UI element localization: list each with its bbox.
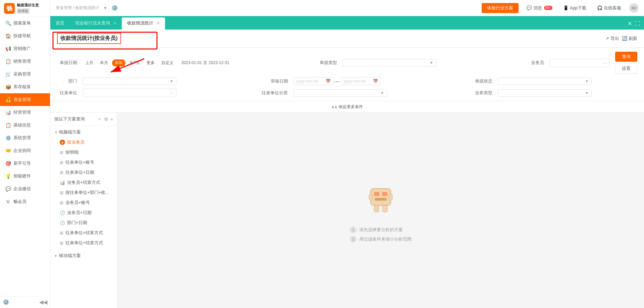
date-tab-this-month[interactable]: 本月 [97,59,111,66]
scheme-group-pc: ▼ 电脑端方案 ● 按业务员 ⊞ 按明细 ⊞ 往 [50,126,117,249]
scheme-item-counterpart-account[interactable]: ⊞ 往来单位+账号 [50,157,117,167]
counterpart-select[interactable]: ··· [83,89,176,97]
biz-type-chevron: ▼ [585,91,589,95]
scheme-item-salesperson-date[interactable]: 🕐 业务员+日期 [50,208,117,218]
sidebar-item-basic-info[interactable]: 📋 基础信息 [0,119,50,132]
sidebar-item-guide[interactable]: 🎯 新手引导 [0,157,50,170]
scheme-item-by-detail[interactable]: ⊞ 按明细 [50,147,117,157]
breadcrumb-dropdown-icon[interactable]: ▼ [103,6,107,10]
scheme-group-pc-header[interactable]: ▼ 电脑端方案 [50,127,117,137]
message-badge: 99+ [544,6,552,10]
sidebar-item-label: 新手引导 [13,160,31,166]
app-download-label: App下载 [570,5,586,11]
svg-rect-2 [382,192,387,196]
scheme-settings-icon[interactable]: ⚙ [104,116,108,122]
scheme-item-label: 业务员+结算方式 [67,179,100,186]
svg-rect-6 [374,205,379,212]
sidebar-item-search-menu[interactable]: 🔍 搜索菜单 [0,17,50,30]
sidebar-item-marketing[interactable]: 📢 营销推广 [0,42,50,55]
biz-type-select[interactable]: ▼ [498,89,592,97]
scheme-item-counterpart-settlement1[interactable]: ⊞ 往来单位+结算方式 [50,228,117,238]
date-tab-last-month[interactable]: 上月 [83,59,96,66]
date-tab-7days[interactable]: 近7天 [127,59,143,66]
message-button[interactable]: 💬 消息 99+ [524,4,555,12]
app-download-icon: 📱 [563,5,569,10]
svg-rect-5 [389,194,392,200]
scheme-item-dept-date[interactable]: 🕐 部门+日期 [50,218,117,228]
doc-status-select[interactable]: ▼ [498,78,592,85]
sidebar-item-sales[interactable]: 📋 销售管理 [0,55,50,68]
query-button[interactable]: 查询 [615,52,637,62]
scheme-collapse-icon[interactable]: « [110,116,113,122]
scheme-item-by-salesperson[interactable]: ● 按业务员 [50,137,117,147]
tab-close-all-icon[interactable]: ✕ [628,20,632,27]
scheme-add-icon[interactable]: ＋ [97,116,102,122]
scheme-item-grid-icon: ⊞ [60,160,63,165]
scheme-item-salesperson-account[interactable]: ⊞ 业务员+账号 [50,198,117,208]
scheme-group-mobile-header[interactable]: ▼ 移动端方案 [50,251,117,261]
doc-type-select[interactable]: ▼ [342,59,436,66]
date-tab-custom[interactable]: 自定义 [159,59,176,66]
sidebar-item-purchase[interactable]: 🛒 采购管理 [0,68,50,81]
header-right: 体验行业方案 💬 消息 99+ 📱 App下载 🎧 在线客服 Rit [482,3,639,13]
tab-home[interactable]: 首页 [50,17,70,30]
sidebar-item-label: 搜索菜单 [13,20,31,26]
sidebar-item-inventory[interactable]: 📦 库存核算 [0,81,50,93]
trial-button[interactable]: 体验行业方案 [482,3,519,13]
empty-tips: 1 请先选择要分析的方案 2 用过滤条件来缩小分析范围 [350,226,412,243]
counterpart-type-select[interactable]: ▼ [293,89,387,97]
sidebar-item-wechat[interactable]: 💬 企业微信 [0,183,50,195]
collapse-sidebar-icon[interactable]: ◀◀ [39,299,47,305]
counterpart-type-label: 往来单位分类 [262,90,288,96]
sidebar-item-label: 畅会员 [13,199,26,205]
scheme-item-counterpart-dept[interactable]: ⊞ 按往来单位+部门+收... [50,188,117,198]
sidebar-item-member[interactable]: V 畅会员 [0,195,50,208]
online-service-button[interactable]: 🎧 在线客服 [594,4,624,12]
salesperson-select[interactable]: ··· [549,59,610,67]
tab-receipt-stat-label: 收款情况统计 [127,20,153,26]
audit-date-start[interactable]: yyyy-mm-dd 📅 [293,77,334,85]
sidebar-item-operations[interactable]: 📊 经营管理 [0,106,50,119]
sidebar-item-smart-hw[interactable]: 💡 智能硬件 [0,170,50,183]
scheme-item-active-icon: ● [60,140,65,145]
tab-receipt-stat[interactable]: 收款情况统计 ✕ [122,17,165,30]
audit-date-end[interactable]: yyyy-mm-dd 📅 [341,77,381,85]
scheme-item-label: 往来单位+账号 [65,159,94,165]
scheme-item-salesperson-settlement[interactable]: 📊 业务员+结算方式 [50,177,117,188]
export-button[interactable]: ↗ 导出 [605,36,619,42]
dept-select[interactable]: ▼ [83,78,176,85]
scheme-item-counterpart-date[interactable]: ⊞ 往来单位+日期 [50,167,117,177]
date-tab-this-year[interactable]: 本年 [112,59,125,66]
tab-maximize-icon[interactable]: ⛶ [635,21,640,27]
tab-bank-flow[interactable]: 现金银行流水查询 ✕ [70,17,122,30]
tab-bank-flow-close[interactable]: ✕ [113,21,116,25]
settings-header-icon[interactable]: ⚙️ [111,5,118,11]
sidebar-item-enterprise[interactable]: 🤝 企业协同 [0,144,50,157]
tab-receipt-stat-close[interactable]: ✕ [157,21,160,25]
date-label: 单据日期 [57,60,77,66]
basic-info-icon: 📋 [5,122,11,128]
user-avatar[interactable]: Rit [629,3,639,13]
svg-rect-1 [374,192,379,196]
scheme-item-label: 按往来单位+部门+收... [65,190,109,196]
app-download-button[interactable]: 📱 App下载 [560,4,589,12]
setting-button[interactable]: 设置 [615,63,637,74]
filter-panel: 单据日期 上月 本月 本年 近7天 更多 自定义 2023-01-01 至 20… [50,48,644,101]
purchase-icon: 🛒 [5,71,11,77]
sidebar-item-quick-nav[interactable]: 🏠 快捷导航 [0,30,50,42]
refresh-button[interactable]: 🔄 刷新 [622,36,637,42]
sidebar-item-system[interactable]: ⚙️ 系统管理 [0,132,50,144]
marketing-icon: 📢 [5,46,11,51]
scheme-panel: 按以下方案查询 ＋ ⚙ « ▼ 电脑端方案 [50,113,117,308]
date-end: 2023-12-31 [209,60,229,65]
header-left: 资金管理 / 收款情况统计 ▼ ⚙️ [56,5,118,11]
wechat-icon: 💬 [5,186,11,192]
scheme-item-counterpart-settlement2[interactable]: ⊞ 往来单位+结算方式 [50,238,117,248]
date-tab-more[interactable]: 更多 [144,59,157,66]
scheme-item-bar-icon: 📊 [60,180,65,185]
sidebar-item-finance[interactable]: 💰 资金管理 [0,93,50,106]
settings-footer-icon[interactable]: ⚙️ [3,299,9,305]
audit-date-start-icon: 📅 [326,79,331,84]
collapse-label: 收起更多条件 [339,104,363,110]
collapse-button[interactable]: ∧∧ 收起更多条件 [331,104,363,110]
